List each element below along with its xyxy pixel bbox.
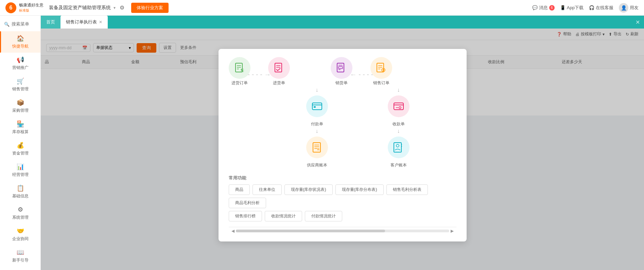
svg-rect-12 xyxy=(377,63,384,72)
header-right: 💬 消息 6 📱 App下载 🎧 在线客服 👤 用友 xyxy=(532,3,639,13)
svg-rect-4 xyxy=(241,69,244,72)
svg-rect-5 xyxy=(275,63,282,72)
flow-col-customer: ↓ 客户账本 xyxy=(378,128,419,168)
receipt-label: 收款单 xyxy=(393,121,405,127)
inventory-icon: 🏪 xyxy=(17,120,24,128)
logo-area: 6 畅康通好生意 标准版 xyxy=(5,2,46,13)
flow-col-supplier: ↓ 账 供应商账本 xyxy=(297,128,337,168)
sidebar-item-purchase[interactable]: 📦 采购管理 xyxy=(0,95,40,117)
arrow-so-to-sb: ← - - - - xyxy=(350,71,373,78)
sidebar-item-guide[interactable]: 📖 新手引导 xyxy=(0,245,40,267)
svg-rect-19 xyxy=(312,103,322,110)
experience-button[interactable]: 体验行业方案 xyxy=(131,3,169,13)
system-icon: ⚙ xyxy=(18,206,23,213)
cf-btn-sales-profit-analysis[interactable]: 销售毛利分析表 xyxy=(386,184,428,195)
sidebar-item-finance[interactable]: 💰 资金管理 xyxy=(0,138,40,160)
scroll-left-btn[interactable]: ◀ xyxy=(231,229,234,233)
search-icon: 🔍 xyxy=(4,22,10,27)
sales-order-label: 销售订单 xyxy=(373,80,389,86)
enterprise-icon: 🤝 xyxy=(17,227,24,235)
tab-close-right[interactable]: ✕ xyxy=(636,19,640,25)
scroll-track[interactable] xyxy=(236,230,449,232)
operations-icon: 📊 xyxy=(17,163,24,170)
flow-node-purchase-bill[interactable]: 进货单 xyxy=(268,57,290,86)
cf-btn-counterparty[interactable]: 往来单位 xyxy=(253,184,282,195)
tab-sales-order-exec[interactable]: 销售订单执行表 ✕ xyxy=(60,16,108,29)
message-button[interactable]: 💬 消息 6 xyxy=(532,5,555,11)
quick-nav-icon: 🏠 xyxy=(17,35,24,42)
payment-icon[interactable] xyxy=(306,95,328,117)
service-icon: 🎧 xyxy=(589,5,594,10)
cf-btn-inventory-dist[interactable]: 现存量(库存分布表) xyxy=(335,184,384,195)
sidebar-item-operations[interactable]: 📊 经营管理 xyxy=(0,160,40,181)
dropdown-icon[interactable]: ▾ xyxy=(114,5,116,10)
guide-icon: 📖 xyxy=(17,249,24,256)
svg-rect-31 xyxy=(394,143,401,152)
purchase-order-icon xyxy=(229,57,250,79)
tab-bar: 首页 销售订单执行表 ✕ ✕ xyxy=(41,16,644,29)
message-badge: 6 xyxy=(549,5,555,11)
sidebar-item-enterprise[interactable]: 🤝 企业协同 xyxy=(0,224,40,245)
settings-icon[interactable]: ⚙ xyxy=(120,4,124,11)
sidebar-item-system[interactable]: ⚙ 系统管理 xyxy=(0,202,40,224)
cf-btn-payment-stats[interactable]: 付款情况统计 xyxy=(305,211,342,221)
purchase-bill-label: 进货单 xyxy=(273,80,285,86)
cf-btn-product[interactable]: 商品 xyxy=(229,184,250,195)
sales-bill-icon xyxy=(331,57,352,79)
tab-home[interactable]: 首页 xyxy=(41,16,60,29)
cf-btn-sales-ranking[interactable]: 销售排行榜 xyxy=(229,211,262,221)
arrow-receipt-down: ↓ xyxy=(397,128,400,134)
svg-point-24 xyxy=(399,107,401,109)
scroll-right-btn[interactable]: ▶ xyxy=(451,229,454,233)
scroll-thumb xyxy=(236,230,385,232)
sidebar-item-quick-nav[interactable]: 🏠 快捷导航 xyxy=(0,31,40,53)
cf-btn-inventory-status[interactable]: 现存量(库存状况表) xyxy=(284,184,333,195)
sidebar-item-basic-info[interactable]: 📋 基础信息 xyxy=(0,181,40,202)
user-avatar: 👤 xyxy=(619,3,628,13)
quick-modal: 进货订单 - - - - → 进货单 xyxy=(219,49,467,241)
arrow-pb-down: ↓ xyxy=(316,87,318,93)
scroll-bar-area: ◀ ▶ xyxy=(229,227,456,235)
customer-ledger-icon[interactable] xyxy=(388,137,410,158)
svg-rect-8 xyxy=(337,63,344,72)
flow-node-purchase-order[interactable]: 进货订单 xyxy=(229,57,250,86)
flow-node-sales-order[interactable]: 销售订单 xyxy=(370,57,392,86)
arrow-payment-down: ↓ xyxy=(316,128,318,134)
flow-node-sales-bill[interactable]: 销货单 xyxy=(331,57,352,86)
flow-col-payment: ↓ 付款单 xyxy=(297,87,337,127)
supplier-ledger-label: 供应商账本 xyxy=(307,162,327,168)
sales-icon: 🛒 xyxy=(17,77,24,85)
cf-btn-receipt-stats[interactable]: 收款情况统计 xyxy=(265,211,302,221)
cf-buttons-row2: 销售排行榜 收款情况统计 付款情况统计 xyxy=(229,211,456,221)
system-title: 装备及固定资产辅助管理系统 xyxy=(49,5,111,11)
arrow-po-to-pb: - - - - → xyxy=(248,71,271,78)
search-menu[interactable]: 🔍 搜索菜单 xyxy=(0,18,40,30)
message-icon: 💬 xyxy=(532,5,538,10)
payment-label: 付款单 xyxy=(311,121,323,127)
app-body: 🔍 搜索菜单 🏠 快捷导航 📢 营销推广 🛒 销售管理 📦 采购管理 🏪 库存核… xyxy=(0,16,644,270)
sales-bill-label: 销货单 xyxy=(335,80,348,86)
logo-text: 畅康通好生意 标准版 xyxy=(19,3,43,13)
svg-rect-21 xyxy=(314,106,316,108)
marketing-icon: 📢 xyxy=(17,56,24,64)
finance-icon: 💰 xyxy=(17,142,24,149)
tab-close-icon[interactable]: ✕ xyxy=(99,20,102,24)
sidebar-item-inventory[interactable]: 🏪 库存核算 xyxy=(0,117,40,138)
system-title-area: 装备及固定资产辅助管理系统 ▾ ⚙ 体验行业方案 xyxy=(49,3,532,13)
svg-rect-22 xyxy=(394,103,403,110)
cf-btn-product-profit-analysis[interactable]: 商品毛利分析 xyxy=(229,198,266,208)
logo-icon: 6 xyxy=(5,2,16,13)
svg-rect-10 xyxy=(338,67,343,69)
receipt-icon[interactable] xyxy=(388,95,410,117)
user-menu[interactable]: 👤 用友 xyxy=(619,3,639,13)
sidebar-item-sales[interactable]: 🛒 销售管理 xyxy=(0,74,40,95)
cf-buttons-row1: 商品 往来单位 现存量(库存状况表) 现存量(库存分布表) 销售毛利分析表 商品… xyxy=(229,184,456,208)
top-header: 6 畅康通好生意 标准版 装备及固定资产辅助管理系统 ▾ ⚙ 体验行业方案 💬 … xyxy=(0,0,644,16)
svg-text:账: 账 xyxy=(317,148,320,151)
sidebar: 🔍 搜索菜单 🏠 快捷导航 📢 营销推广 🛒 销售管理 📦 采购管理 🏪 库存核… xyxy=(0,16,41,270)
online-service-button[interactable]: 🎧 在线客服 xyxy=(589,5,613,11)
customer-ledger-label: 客户账本 xyxy=(390,162,407,168)
sidebar-item-marketing[interactable]: 📢 营销推广 xyxy=(0,53,40,74)
app-download-button[interactable]: 📱 App下载 xyxy=(560,5,584,11)
supplier-ledger-icon[interactable]: 账 xyxy=(306,137,328,158)
